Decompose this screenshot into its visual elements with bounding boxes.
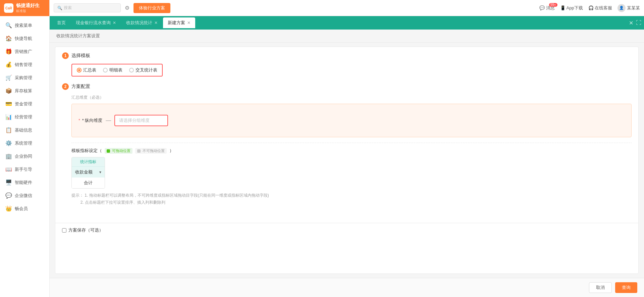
sidebar-item-quick-nav[interactable]: 🏠快捷导航 [0,32,49,45]
tab-receipts-stat[interactable]: 收款情况统计 ✕ [121,17,162,28]
breadcrumb: 收款情况统计方案设置 [50,30,644,43]
sidebar-item-search-menu[interactable]: 🔍搜索菜单 [0,19,49,32]
sidebar-item-smart-hw[interactable]: 🖥️智能硬件 [0,176,49,189]
user-avatar: 👤 [618,4,626,12]
purchase-icon: 🛒 [5,75,12,81]
settings-icon[interactable]: ⚙ [125,5,129,11]
tab-home[interactable]: 首页 [52,17,70,28]
message-icon: 💬 [539,5,545,10]
logo-text: 畅捷通好生 [16,3,40,9]
logo-badge: 标准版 [16,9,40,13]
sidebar-item-system[interactable]: ⚙️系统管理 [0,137,49,150]
sidebar-item-marketing[interactable]: 🎁营销推广 [0,45,49,58]
search-icon: 🔍 [57,6,62,10]
step2-section: 2 方案配置 汇总维度（必选） * * 纵向维度 [62,83,632,211]
tab-new-plan[interactable]: 新建方案 ✕ [163,17,195,28]
metrics-item-receipts[interactable]: 收款金额 ▾ [72,166,105,178]
movable-badge: 可拖动位置 [105,148,132,154]
system-icon: ⚙️ [5,140,12,146]
metrics-item-receipts-label: 收款金额 [75,169,93,175]
tabbar: 首页 现金银行流水查询 ✕ 收款情况统计 ✕ 新建方案 ✕ ✕ ⛶ [50,16,644,30]
sidebar-label-quick-nav: 快捷导航 [15,36,32,42]
message-badge[interactable]: 💬 消息 99+ [539,5,555,11]
sidebar-label-basic-info: 基础信息 [15,127,32,133]
app-download[interactable]: 📱 App下载 [560,5,583,11]
step2-header: 2 方案配置 [62,83,632,90]
sidebar-logo: CaR 畅捷通好生 标准版 [0,0,49,16]
operation-icon: 📊 [5,114,12,120]
wechat-icon: 💬 [5,192,12,199]
sidebar-item-finance[interactable]: 💳资金管理 [0,97,49,110]
sidebar-label-marketing: 营销推广 [15,49,32,55]
sidebar-label-wechat: 企业微信 [15,193,32,199]
radio-summary[interactable]: 汇总表 [77,67,96,73]
user-info[interactable]: 👤 某某某 [618,4,640,12]
dim-select-box[interactable]: 请选择分组维度 [114,115,168,126]
radio-cross-circle [129,68,134,72]
tab-bank-flow-close[interactable]: ✕ [113,20,116,25]
save-checkbox[interactable] [62,228,66,233]
search-menu-icon: 🔍 [5,22,12,29]
cancel-button[interactable]: 取消 [589,282,612,293]
online-service[interactable]: 🎧 在线客服 [588,5,612,11]
main-area: 🔍 搜索 ⚙ 体验行业方案 💬 消息 99+ 📱 App下载 🎧 在线客服 👤 … [50,0,644,297]
sidebar-item-wechat[interactable]: 💬企业微信 [0,189,49,202]
guide-icon: 📖 [5,166,12,172]
sidebar-label-finance: 资金管理 [15,101,32,107]
tab-home-label: 首页 [57,20,66,26]
tab-bank-flow-label: 现金银行流水查询 [76,20,111,26]
sidebar-item-operation[interactable]: 📊经营管理 [0,110,49,123]
enterprise-icon: 🏢 [5,153,12,159]
sidebar-item-enterprise[interactable]: 🏢企业协同 [0,150,49,163]
tab-bank-flow[interactable]: 现金银行流水查询 ✕ [71,17,121,28]
quick-nav-icon: 🏠 [5,35,12,42]
sidebar-item-purchase[interactable]: 🛒采购管理 [0,71,49,84]
radio-detail[interactable]: 明细表 [103,67,122,73]
query-button[interactable]: 查询 [615,282,637,293]
sidebar-label-search-menu: 搜索菜单 [15,22,32,29]
step1-section: 1 选择模板 汇总表 明细表 [62,52,632,77]
hints-section: 提示： 1. 拖动标题栏可以调整布局，不可跨维度或指标区域拖动目字段(只能在同一… [71,189,632,211]
search-placeholder: 搜索 [64,5,72,11]
dimension-area: * * 纵向维度 — 请选择分组维度 [71,104,632,137]
sidebar-item-inventory[interactable]: 📦库存核算 [0,84,49,97]
save-checkbox-label[interactable]: 方案保存（可选） [62,227,632,233]
tab-new-plan-close[interactable]: ✕ [187,20,191,25]
tab-new-plan-label: 新建方案 [168,20,185,26]
radio-cross[interactable]: 交叉统计表 [129,67,157,73]
sidebar-label-purchase: 采购管理 [15,75,32,81]
step1-content: 汇总表 明细表 交叉统计表 [62,64,632,77]
step2-title: 方案配置 [71,84,90,90]
hint-2: 2. 点击标题栏下拉可设置排序、插入列和删除列 [71,200,632,205]
sidebar-item-guide[interactable]: 📖新手引导 [0,163,49,176]
sidebar-item-basic-info[interactable]: 📋基础信息 [0,123,49,137]
tab-close-all-btn[interactable]: ✕ [629,20,633,26]
message-count: 99+ [549,3,557,7]
topbar: 🔍 搜索 ⚙ 体验行业方案 💬 消息 99+ 📱 App下载 🎧 在线客服 👤 … [50,0,644,16]
sidebar-label-system: 系统管理 [15,140,32,146]
sidebar-label-operation: 经营管理 [15,114,32,120]
template-radio-group: 汇总表 明细表 交叉统计表 [71,64,163,77]
dim-vertical-label: * * 纵向维度 [78,117,102,123]
dim-arrow-icon: — [106,117,111,123]
sidebar-item-member[interactable]: 👑畅会员 [0,202,49,215]
logo-icon: CaR [4,3,13,13]
topbar-search[interactable]: 🔍 搜索 [54,3,121,12]
radio-detail-circle [103,68,108,72]
tab-maximize-btn[interactable]: ⛶ [636,20,641,26]
finance-icon: 💳 [5,101,12,107]
industry-btn[interactable]: 体验行业方案 [133,3,170,13]
sales-icon: 💰 [5,61,12,68]
card-body: 1 选择模板 汇总表 明细表 [55,47,638,223]
metrics-category-header: 统计指标 [72,157,105,166]
step1-header: 1 选择模板 [62,52,632,59]
tab-receipts-stat-close[interactable]: ✕ [154,20,158,25]
radio-cross-label: 交叉统计表 [136,67,157,73]
radio-summary-circle [77,68,82,72]
content-area: 收款情况统计方案设置 1 选择模板 汇总表 [50,30,644,297]
sidebar-label-guide: 新手引导 [15,166,32,172]
sidebar-item-sales[interactable]: 💰销售管理 [0,58,49,71]
dim-row: * * 纵向维度 — 请选择分组维度 [78,115,168,126]
hint-1: 提示： 1. 拖动标题栏可以调整布局，不可跨维度或指标区域拖动目字段(只能在同一… [71,193,632,198]
sidebar-label-smart-hw: 智能硬件 [15,180,32,186]
